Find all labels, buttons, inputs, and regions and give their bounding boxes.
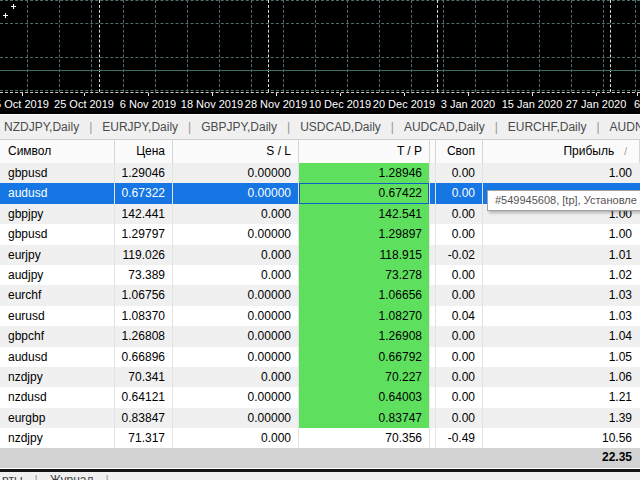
column-header-swap[interactable]: Своп (436, 140, 483, 163)
chart-tab[interactable]: EURCHF,Daily (498, 120, 597, 134)
cell-swap: 0.00 (436, 224, 483, 244)
cell-symbol: audjpy (0, 265, 115, 285)
column-header-profit[interactable]: Прибыль/ (483, 140, 640, 163)
cell-symbol: eurusd (0, 306, 115, 326)
axis-tick (532, 93, 533, 96)
cell-price: 73.389 (115, 265, 173, 285)
month-separator (437, 0, 438, 92)
table-row[interactable]: eurusd1.083700.000001.082700.041.03 (0, 306, 640, 326)
cell-profit: 10.56 (483, 428, 640, 448)
table-row[interactable]: gbpusd1.290460.000001.289460.001.00 (0, 163, 640, 183)
cell-symbol: nzdjpy (0, 367, 115, 387)
h-gridline (0, 90, 640, 91)
cell-sl: 0.000 (173, 428, 299, 448)
table-row[interactable]: gbpusd1.297970.000001.298970.001.00 (0, 224, 640, 244)
cell-profit: 1.01 (483, 245, 640, 265)
cell-tp: 73.278 (299, 265, 430, 285)
cell-sl: 0.000 (173, 204, 299, 224)
cell-profit: 1.06 (483, 367, 640, 387)
cell-tp: 1.06656 (299, 285, 430, 305)
cell-price: 0.66896 (115, 347, 173, 367)
chart-tab[interactable]: NZDJPY,Daily (0, 120, 89, 134)
column-header-sl[interactable]: S / L (173, 140, 299, 163)
table-row[interactable]: eurchf1.067560.000001.066560.001.03 (0, 285, 640, 305)
table-row[interactable]: eurgbp0.838470.000000.837470.001.39 (0, 408, 640, 428)
cell-symbol: audusd (0, 183, 115, 203)
table-row[interactable]: nzdjpy71.3170.00070.356-0.4910.56 (0, 428, 640, 448)
cell-price: 0.64121 (115, 387, 173, 407)
cell-symbol: gbpusd (0, 163, 115, 183)
cell-sl: 0.00000 (173, 408, 299, 428)
chart-tab[interactable]: AUDNZD,Daily (600, 120, 640, 134)
axis-date-label: 3 Jan 2020 (441, 98, 495, 110)
axis-tick (404, 93, 405, 96)
cell-tp: 1.08270 (299, 306, 430, 326)
table-row[interactable]: audjpy73.3890.00073.2780.001.02 (0, 265, 640, 285)
chart-tab[interactable]: GBPJPY,Daily (191, 120, 287, 134)
axis-date-label: 27 Jan 2020 (566, 98, 627, 110)
cell-sl: 0.00000 (173, 306, 299, 326)
order-tooltip: #549945608, [tp], Установле (487, 190, 640, 211)
table-row[interactable]: nzdjpy70.3410.00070.2270.001.06 (0, 367, 640, 387)
v-gridline (27, 0, 28, 92)
h-gridline (0, 23, 640, 24)
cell-swap: 0.04 (436, 306, 483, 326)
cell-price: 70.341 (115, 367, 173, 387)
cell-symbol: gbpjpy (0, 204, 115, 224)
column-header-price[interactable]: Цена (115, 140, 173, 163)
table-row[interactable]: audusd0.668960.000000.667920.001.05 (0, 347, 640, 367)
cell-profit: 1.05 (483, 347, 640, 367)
cell-sl: 0.00000 (173, 387, 299, 407)
cell-sl: 0.00000 (173, 326, 299, 346)
cell-price: 142.441 (115, 204, 173, 224)
v-gridline (539, 0, 540, 92)
cell-sl: 0.00000 (173, 163, 299, 183)
chart-tab[interactable]: EURJPY,Daily (92, 120, 188, 134)
time-axis[interactable]: 5 Oct 201925 Oct 20196 Nov 201918 Nov 20… (0, 92, 640, 115)
table-row[interactable]: nzdusd0.641210.000000.640030.001.21 (0, 387, 640, 407)
cell-symbol: eurgbp (0, 408, 115, 428)
cell-swap: 0.00 (436, 347, 483, 367)
cell-swap: 0.00 (436, 285, 483, 305)
axis-tick (596, 93, 597, 96)
chart-tab[interactable]: USDCAD,Daily (290, 120, 391, 134)
cell-tp: 70.227 (299, 367, 430, 387)
cell-price: 1.29797 (115, 224, 173, 244)
terminal-tab[interactable]: рты (2, 473, 35, 480)
v-gridline (347, 0, 348, 92)
sort-indicator-icon: / (624, 146, 627, 157)
chart-plot-area[interactable] (0, 0, 640, 92)
cell-price: 0.67322 (115, 183, 173, 203)
cell-symbol: nzdusd (0, 387, 115, 407)
cell-tp: 0.67422 (299, 183, 430, 203)
axis-tick (637, 93, 638, 96)
axis-tick (340, 93, 341, 96)
table-row[interactable]: eurjpy119.0260.000118.915-0.021.01 (0, 245, 640, 265)
cell-swap: 0.00 (436, 265, 483, 285)
column-header-tp[interactable]: T / P (299, 140, 430, 163)
cell-swap: 0.00 (436, 326, 483, 346)
cell-price: 71.317 (115, 428, 173, 448)
cell-profit: 1.21 (483, 387, 640, 407)
v-gridline (219, 0, 220, 92)
column-header-symbol[interactable]: Символ (0, 140, 115, 163)
axis-tick (468, 93, 469, 96)
axis-date-label: 5 Oct 2019 (0, 98, 49, 110)
axis-tick (148, 93, 149, 96)
terminal-tab[interactable]: Журнал (38, 473, 106, 480)
month-separator (610, 0, 611, 92)
cell-swap: 0.00 (436, 204, 483, 224)
cell-swap: -0.49 (436, 428, 483, 448)
chart-tab[interactable]: AUDCAD,Daily (394, 120, 495, 134)
cell-price: 1.06756 (115, 285, 173, 305)
axis-date-label: 28 Nov 2019 (245, 98, 307, 110)
column-header-profit-label: Прибыль (563, 144, 614, 158)
cell-symbol: gbpchf (0, 326, 115, 346)
v-gridline (571, 0, 572, 92)
v-gridline (187, 0, 188, 92)
v-gridline (635, 0, 636, 92)
cell-symbol: audusd (0, 347, 115, 367)
axis-date-label: 10 Dec 2019 (309, 98, 371, 110)
table-row[interactable]: gbpchf1.268080.000001.269080.001.04 (0, 326, 640, 346)
cell-symbol: gbpusd (0, 224, 115, 244)
